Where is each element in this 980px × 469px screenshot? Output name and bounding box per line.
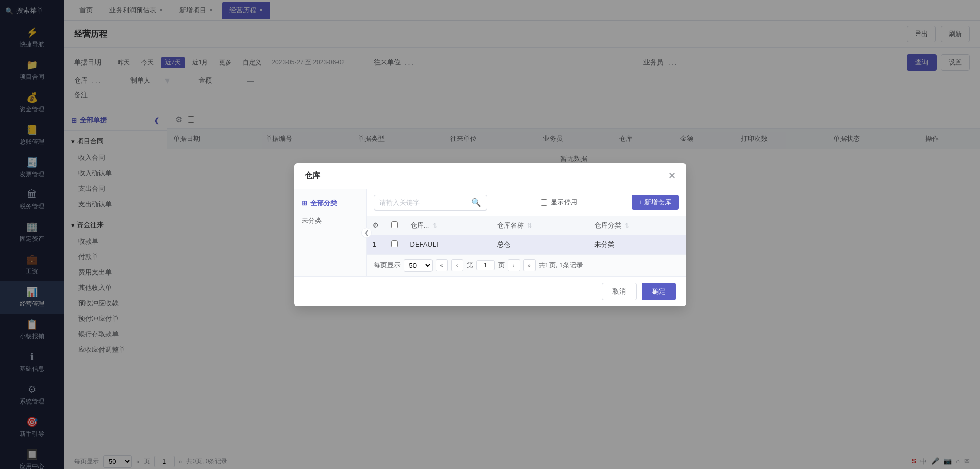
add-warehouse-button[interactable]: + 新增仓库 [632,195,678,210]
modal-left-toggle[interactable]: ❮ [361,228,367,238]
modal-page-unit: 页 [498,261,505,270]
modal-all-label: 全部分类 [310,199,337,208]
modal-category-unclassified[interactable]: 未分类 [294,212,366,230]
show-disabled-checkbox[interactable] [541,199,547,206]
modal-col-category: 仓库分类 ⇅ [588,216,686,235]
modal-select-all[interactable] [391,221,398,228]
show-disabled-checkbox-label[interactable]: 显示停用 [541,198,577,207]
warehouse-modal: 仓库 ✕ ⊞ 全部分类 未分类 ❮ 🔍 [294,163,686,306]
modal-prev-page[interactable]: ‹ [451,259,463,271]
modal-next-page[interactable]: › [508,259,520,271]
modal-left-panel: ⊞ 全部分类 未分类 ❮ [294,189,367,276]
modal-table: ⚙ 仓库... ⇅ 仓库名称 ⇅ [367,216,686,254]
modal-col-code: 仓库... ⇅ [404,216,491,235]
sort-icon-category: ⇅ [625,222,629,229]
modal-overlay: 仓库 ✕ ⊞ 全部分类 未分类 ❮ 🔍 [0,0,980,469]
row-select-checkbox[interactable] [391,240,398,247]
table-row[interactable]: 1 DEFAULT 总仓 未分类 [367,235,686,254]
modal-category-all[interactable]: ⊞ 全部分类 [294,195,366,212]
sort-icon-name: ⇅ [527,222,532,229]
modal-first-page[interactable]: « [436,259,448,271]
modal-page-label: 第 [467,261,473,270]
row-settings: 1 [367,235,385,254]
grid-icon-modal: ⊞ [302,199,307,207]
modal-footer-bar: 每页显示 50 100 « ‹ 第 页 › » 共1页, 1条记录 [367,254,686,276]
modal-per-page-label: 每页显示 [374,261,401,270]
modal-per-page-select[interactable]: 50 100 [404,259,433,272]
modal-table-wrap: ⚙ 仓库... ⇅ 仓库名称 ⇅ [367,216,686,254]
row-category: 未分类 [588,235,686,254]
row-checkbox [385,235,404,254]
modal-col-name: 仓库名称 ⇅ [491,216,588,235]
modal-toolbar: 🔍 显示停用 + 新增仓库 [367,189,686,216]
show-disabled-label: 显示停用 [551,198,577,207]
modal-col-checkbox [385,216,404,235]
modal-page-input[interactable] [476,260,495,270]
modal-total-text: 共1页, 1条记录 [539,261,584,270]
modal-close-button[interactable]: ✕ [668,170,676,182]
modal-title: 仓库 [305,171,320,181]
modal-pagination: 每页显示 50 100 « ‹ 第 页 › » 共1页, 1条记录 [374,259,584,272]
modal-cancel-button[interactable]: 取消 [602,283,637,300]
modal-confirm-button[interactable]: 确定 [642,283,676,300]
col-settings-icon[interactable]: ⚙ [373,221,379,229]
modal-search-input[interactable] [379,199,468,206]
search-icon-modal: 🔍 [471,198,481,207]
modal-confirm-btns: 取消 确定 [294,276,686,306]
sort-icon-code: ⇅ [433,222,437,229]
modal-body: ⊞ 全部分类 未分类 ❮ 🔍 显示停用 [294,189,686,276]
modal-last-page[interactable]: » [523,259,536,271]
row-name: 总仓 [491,235,588,254]
modal-search-box: 🔍 [374,195,487,211]
modal-right-panel: 🔍 显示停用 + 新增仓库 ⚙ [367,189,686,276]
row-code: DEFAULT [404,235,491,254]
modal-header: 仓库 ✕ [294,163,686,189]
